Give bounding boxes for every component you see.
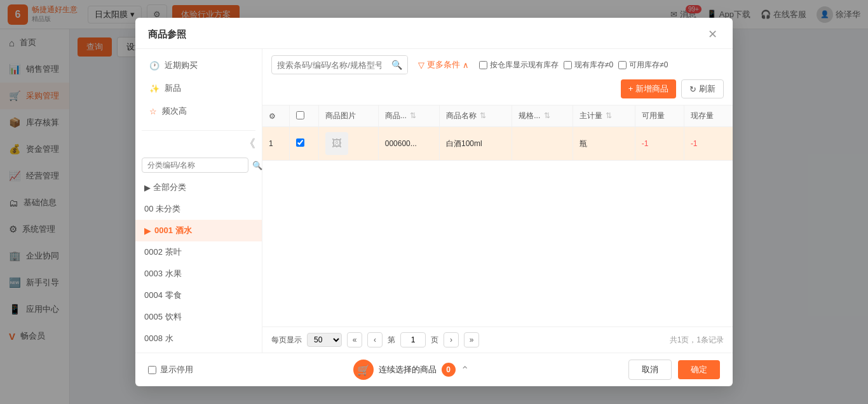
- modal-left-panel: 🕐 近期购买 ✨ 新品 ☆ 频次高 《: [135, 49, 262, 353]
- col-stock: 现存量: [684, 105, 733, 127]
- prev-page-button[interactable]: ‹: [367, 332, 383, 347]
- total-info: 共1页，1条记录: [670, 335, 724, 346]
- col-spec[interactable]: 规格... ⇅: [512, 105, 573, 127]
- add-product-button[interactable]: + 新增商品: [621, 79, 676, 98]
- category-item-0004[interactable]: 0004 零食: [135, 285, 262, 306]
- filter-icon: ▽: [418, 60, 424, 70]
- sort-name-icon[interactable]: ⇅: [480, 111, 486, 120]
- row-stock: -1: [684, 127, 733, 161]
- left-divider: [142, 130, 255, 131]
- category-item-0001[interactable]: ▶ 0001 酒水: [135, 220, 262, 241]
- checkbox-warehouse-stock-input[interactable]: [479, 61, 487, 69]
- per-page-label: 每页显示: [271, 335, 302, 346]
- checkbox-usable-stock-input[interactable]: [618, 61, 627, 69]
- row-checkbox[interactable]: [296, 138, 304, 147]
- product-search-box: 🔍: [271, 55, 408, 74]
- more-filter-button[interactable]: ▽ 更多条件 ∧: [413, 57, 474, 73]
- pagination-row: 每页显示 50 10 20 100 « ‹ 第 页 › » 共1页，1条记录: [262, 327, 733, 353]
- modal-right-panel: 🔍 ▽ 更多条件 ∧ 按仓库显示现有库存 现有库存≠0: [262, 49, 733, 353]
- category-arrow-all: ▶: [144, 183, 151, 192]
- row-unit: 瓶: [573, 127, 635, 161]
- checkbox-available-stock[interactable]: 现有库存≠0: [564, 60, 613, 71]
- modal-close-button[interactable]: ✕: [705, 27, 720, 42]
- cart-icon-button[interactable]: 🛒: [353, 360, 374, 380]
- per-page-select[interactable]: 50 10 20 100: [307, 333, 342, 347]
- footer-collapse-icon[interactable]: ⌃: [461, 364, 469, 376]
- show-disabled-checkbox[interactable]: [148, 366, 156, 374]
- category-search-row: 🔍: [135, 154, 262, 177]
- image-icon: 🖼: [332, 138, 342, 149]
- new-icon: ✨: [149, 84, 159, 93]
- product-toolbar: 🔍 ▽ 更多条件 ∧ 按仓库显示现有库存 现有库存≠0: [262, 49, 733, 105]
- collapse-toggle[interactable]: 《: [135, 133, 262, 154]
- product-search-input[interactable]: [272, 60, 386, 70]
- category-list: ▶ 全部分类 00 未分类 ▶ 0001 酒水 0002 茶叶 0003 水果: [135, 177, 262, 346]
- sort-unit-icon[interactable]: ⇅: [606, 111, 612, 120]
- category-item-0008[interactable]: 0008 水: [135, 328, 262, 346]
- row-image-cell: 🖼: [319, 127, 379, 161]
- col-image: 商品图片: [319, 105, 379, 127]
- page-number-input[interactable]: [400, 332, 426, 347]
- confirm-button[interactable]: 确定: [678, 360, 720, 379]
- frequent-btn[interactable]: ☆ 频次高: [142, 101, 255, 121]
- star-icon: ☆: [149, 107, 157, 116]
- checkbox-warehouse-stock[interactable]: 按仓库显示现有库存: [479, 60, 559, 71]
- refresh-icon: ↻: [689, 84, 696, 94]
- col-checkbox[interactable]: [290, 105, 319, 127]
- row-spec: [512, 127, 573, 161]
- page-label: 第: [388, 335, 395, 346]
- col-code[interactable]: 商品... ⇅: [378, 105, 439, 127]
- sort-code-icon[interactable]: ⇅: [410, 111, 416, 120]
- modal-title: 商品参照: [148, 29, 186, 41]
- new-products-btn[interactable]: ✨ 新品: [142, 78, 255, 98]
- modal-footer: 显示停用 🛒 连续选择的商品 0 ⌃ 取消 确定: [135, 353, 733, 386]
- category-item-00[interactable]: 00 未分类: [135, 198, 262, 220]
- select-all-checkbox[interactable]: [296, 111, 304, 119]
- category-item-0003[interactable]: 0003 水果: [135, 263, 262, 285]
- recent-buy-btn[interactable]: 🕐 近期购买: [142, 55, 255, 76]
- category-all[interactable]: ▶ 全部分类: [135, 177, 262, 198]
- col-available: 可用量: [635, 105, 684, 127]
- row-available: -1: [635, 127, 684, 161]
- refresh-product-button[interactable]: ↻ 刷新: [681, 79, 724, 98]
- row-name: 白酒100ml: [440, 127, 512, 161]
- modal-header: 商品参照 ✕: [135, 18, 733, 49]
- category-item-0002[interactable]: 0002 茶叶: [135, 241, 262, 263]
- table-header-row: ⚙ 商品图片 商品... ⇅: [262, 105, 733, 127]
- chevron-up-icon: ∧: [463, 60, 469, 70]
- product-table-container: ⚙ 商品图片 商品... ⇅: [262, 105, 733, 327]
- row-code: 000600...: [378, 127, 439, 161]
- table-settings-icon[interactable]: ⚙: [269, 112, 276, 121]
- clock-icon: 🕐: [149, 61, 159, 71]
- category-search-input[interactable]: [142, 158, 248, 173]
- product-reference-modal: 商品参照 ✕ 🕐 近期购买 ✨ 新品 ☆ 频次高: [135, 18, 733, 386]
- sort-spec-icon[interactable]: ⇅: [544, 111, 550, 120]
- table-row[interactable]: 1 🖼: [262, 127, 733, 161]
- show-disabled-checkbox-label[interactable]: 显示停用: [148, 364, 193, 375]
- footer-center: 🛒 连续选择的商品 0 ⌃: [353, 360, 469, 380]
- col-unit[interactable]: 主计量 ⇅: [573, 105, 635, 127]
- row-checkbox-cell[interactable]: [290, 127, 319, 161]
- product-table: ⚙ 商品图片 商品... ⇅: [262, 105, 733, 161]
- col-name[interactable]: 商品名称 ⇅: [440, 105, 512, 127]
- first-page-button[interactable]: «: [347, 332, 362, 347]
- modal-body: 🕐 近期购买 ✨ 新品 ☆ 频次高 《: [135, 49, 733, 353]
- checkbox-available-stock-input[interactable]: [564, 61, 572, 69]
- toolbar-right-buttons: + 新增商品 ↻ 刷新: [621, 79, 724, 98]
- page-suffix: 页: [431, 335, 438, 346]
- col-settings[interactable]: ⚙: [262, 105, 290, 127]
- category-search-icon[interactable]: 🔍: [252, 161, 262, 170]
- collapse-icon: 《: [244, 136, 255, 151]
- checkbox-usable-stock[interactable]: 可用库存≠0: [618, 60, 668, 71]
- continuous-select-label: 连续选择的商品: [379, 364, 437, 375]
- category-item-0005[interactable]: 0005 饮料: [135, 306, 262, 328]
- cancel-button[interactable]: 取消: [628, 360, 672, 380]
- category-arrow-0001: ▶: [144, 226, 151, 236]
- cart-icon: 🛒: [357, 364, 370, 376]
- last-page-button[interactable]: »: [464, 332, 479, 347]
- product-search-button[interactable]: 🔍: [386, 55, 407, 74]
- next-page-button[interactable]: ›: [444, 332, 459, 347]
- modal-overlay: 商品参照 ✕ 🕐 近期购买 ✨ 新品 ☆ 频次高: [0, 0, 868, 404]
- row-num: 1: [262, 127, 290, 161]
- product-image: 🖼: [325, 132, 348, 155]
